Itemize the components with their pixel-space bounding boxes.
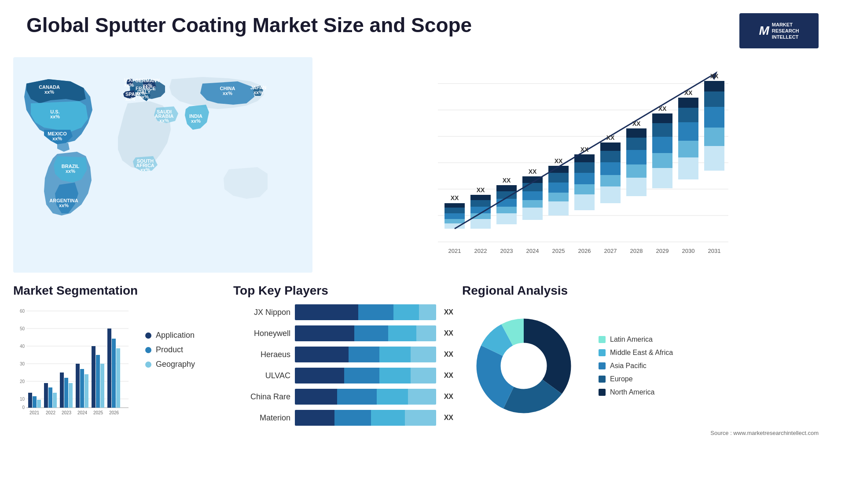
svg-text:2026: 2026 (109, 410, 119, 415)
svg-rect-51 (652, 137, 672, 153)
svg-text:2021: 2021 (29, 410, 40, 415)
svg-text:XX: XX (529, 168, 537, 175)
mexico-value: xx% (52, 136, 62, 141)
segmentation-chart: 60 50 40 30 20 10 10 (13, 304, 132, 423)
map-section: CANADA xx% U.S. xx% MEXICO xx% BRAZIL xx… (13, 57, 312, 273)
svg-text:XX: XX (555, 157, 563, 164)
player-bar-jxnippon (295, 304, 436, 320)
svg-rect-19 (496, 213, 517, 224)
player-xx-heraeus: XX (444, 351, 453, 358)
source-text: Source : www.marketresearchintellect.com (462, 430, 832, 436)
regional-title: Regional Analysis (462, 284, 832, 298)
svg-text:2029: 2029 (656, 248, 669, 254)
svg-rect-145 (69, 383, 73, 408)
svg-text:2028: 2028 (630, 248, 643, 254)
svg-text:2021: 2021 (448, 248, 461, 254)
player-name-heraeus: Heraeus (233, 350, 290, 359)
spain-value: xx% (125, 96, 135, 102)
svg-rect-50 (652, 153, 672, 168)
legend-north-america: North America (599, 388, 673, 396)
svg-rect-152 (107, 329, 111, 408)
svg-rect-11 (445, 213, 465, 219)
regional-chart: Latin America Middle East & Africa Asia … (462, 304, 832, 427)
china-value: xx% (223, 91, 232, 96)
svg-text:2027: 2027 (604, 248, 617, 254)
svg-rect-150 (96, 355, 100, 408)
player-name-ulvac: ULVAC (233, 371, 290, 380)
player-row-ulvac: ULVAC XX (233, 368, 453, 383)
svg-rect-52 (652, 123, 672, 137)
logo-area: M MARKETRESEARCHINTELLECT (739, 13, 819, 48)
svg-text:XX: XX (503, 177, 511, 184)
player-xx-ulvac: XX (444, 372, 453, 380)
svg-text:2024: 2024 (77, 410, 88, 415)
svg-text:0: 0 (22, 405, 25, 410)
player-bar-honeywell (295, 325, 436, 341)
svg-text:10: 10 (20, 397, 25, 402)
player-bar-heraeus (295, 347, 436, 362)
svg-rect-41 (600, 162, 621, 175)
page-header: Global Sputter Coating Market Size and S… (0, 0, 845, 53)
svg-rect-10 (445, 219, 465, 223)
germany-value: xx% (143, 83, 152, 88)
legend-latin-america: Latin America (599, 336, 673, 343)
svg-text:2030: 2030 (682, 248, 695, 254)
svg-rect-18 (470, 195, 491, 200)
svg-rect-151 (100, 364, 104, 408)
player-bar-materion (295, 410, 436, 426)
player-bar-chinarare (295, 389, 436, 405)
svg-text:XX: XX (632, 120, 641, 127)
southafrica-value: xx% (140, 167, 150, 172)
svg-rect-48 (626, 128, 647, 138)
legend-middle-east: Middle East & Africa (599, 349, 673, 357)
key-players-title: Top Key Players (233, 284, 453, 298)
svg-rect-138 (33, 396, 37, 408)
svg-text:2026: 2026 (578, 248, 591, 254)
svg-text:XX: XX (684, 89, 693, 96)
svg-rect-42 (600, 151, 621, 162)
svg-rect-40 (600, 175, 621, 186)
legend-dot-middle-east (599, 349, 606, 356)
uk-value: xx% (124, 82, 134, 88)
legend-label-application: Application (156, 331, 195, 340)
player-row-jxnippon: JX Nippon XX (233, 304, 453, 320)
logo-text: MARKETRESEARCHINTELLECT (772, 22, 799, 40)
svg-rect-39 (600, 186, 621, 203)
legend-dot-latin-america (599, 336, 606, 343)
legend-label-latin-america: Latin America (610, 336, 653, 343)
seg-chart-wrapper: 60 50 40 30 20 10 10 (13, 304, 224, 423)
player-name-materion: Materion (233, 413, 290, 423)
svg-text:30: 30 (20, 362, 25, 366)
svg-text:XX: XX (580, 146, 589, 153)
svg-text:60: 60 (20, 309, 25, 314)
svg-rect-58 (678, 98, 698, 108)
legend-label-asia-pacific: Asia Pacific (610, 362, 647, 370)
svg-text:2022: 2022 (46, 410, 56, 415)
svg-text:XX: XX (606, 134, 615, 141)
player-row-heraeus: Heraeus XX (233, 347, 453, 362)
svg-text:50: 50 (20, 326, 25, 331)
japan-value: xx% (254, 90, 263, 95)
svg-rect-63 (704, 81, 724, 91)
svg-text:2025: 2025 (552, 248, 565, 254)
growth-chart-section: XX XX XX XX XX XX XX XX XX XX XX 2021 20… (321, 57, 832, 273)
svg-rect-37 (574, 162, 595, 173)
svg-rect-57 (678, 108, 698, 122)
segmentation-title: Market Segmentation (13, 284, 224, 298)
svg-rect-147 (80, 369, 84, 408)
svg-text:XX: XX (477, 186, 485, 194)
svg-text:2022: 2022 (474, 248, 487, 254)
legend-dot-europe (599, 376, 606, 383)
svg-rect-140 (44, 383, 48, 408)
legend-dot-application (145, 332, 151, 339)
legend-product: Product (145, 345, 195, 354)
svg-text:2023: 2023 (500, 248, 513, 254)
svg-rect-141 (48, 387, 52, 408)
svg-rect-31 (548, 183, 569, 193)
svg-rect-47 (626, 138, 647, 150)
svg-rect-20 (496, 207, 517, 213)
svg-text:20: 20 (20, 379, 25, 384)
brazil-value: xx% (66, 168, 75, 174)
svg-rect-17 (470, 200, 491, 207)
svg-rect-154 (116, 348, 120, 408)
